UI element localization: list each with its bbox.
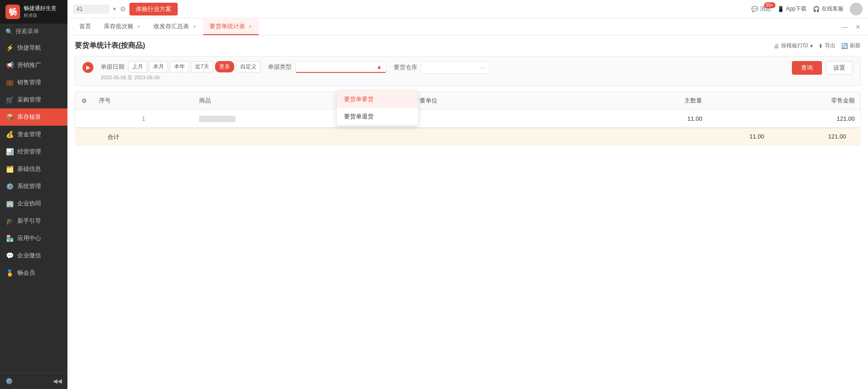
dropdown-item-order-return[interactable]: 要货单退货 xyxy=(337,108,418,125)
appstore-icon: 🏪 xyxy=(5,235,14,242)
data-table: ⚙ 序号 商品 主计量单位 主数量 零售金额 1 xyxy=(75,92,860,128)
type-filter-group: 单据类型 ▲ xyxy=(268,61,386,73)
filter-actions: 查询 设置 xyxy=(792,61,853,75)
date-btn-last-month[interactable]: 上月 xyxy=(128,61,147,72)
tab-inventory-batch-close[interactable]: × xyxy=(136,23,141,30)
guide-icon: 🎓 xyxy=(5,217,14,225)
export-button[interactable]: ⬇ 导出 xyxy=(818,42,836,50)
sidebar-item-label: 新手引导 xyxy=(17,217,41,225)
more-options-icon[interactable]: ··· xyxy=(480,64,485,71)
collapse-sidebar-button[interactable]: ◀◀ xyxy=(53,378,62,384)
app-logo: 畅 xyxy=(5,5,20,19)
tab-order-summary-close[interactable]: × xyxy=(248,23,252,30)
type-filter-input[interactable] xyxy=(299,63,376,70)
sidebar-item-sales[interactable]: 💼 销售管理 xyxy=(0,74,67,91)
settings-icon[interactable]: ⚙️ xyxy=(5,378,13,384)
filter-bar: ▶ 单据日期 上月 本月 本年 近7天 更多 自定义 2023-05-06 至 … xyxy=(75,56,861,86)
row-amount: 121.00 xyxy=(708,110,860,128)
page-header: 要货单统计表(按商品) 🖨 按模板打印 ▾ ⬇ 导出 🔄 刷新 xyxy=(75,41,861,51)
type-filter-select[interactable]: ▲ xyxy=(295,61,386,73)
user-avatar[interactable] xyxy=(850,3,863,15)
sidebar-item-guide[interactable]: 🎓 新手引导 xyxy=(0,212,67,230)
service-label: 在线客服 xyxy=(822,5,843,13)
message-button[interactable]: 💬 消息 99+ xyxy=(751,5,771,13)
warehouse-filter-select[interactable]: ··· xyxy=(421,61,489,74)
date-btn-more[interactable]: 更多 xyxy=(215,61,234,72)
vip-icon: 🏅 xyxy=(5,269,14,276)
sidebar-item-appstore[interactable]: 🏪 应用中心 xyxy=(0,230,67,247)
date-btn-custom[interactable]: 自定义 xyxy=(236,61,261,72)
dropdown-item-order-goods[interactable]: 要货单要货 xyxy=(337,91,418,108)
date-btn-this-month[interactable]: 本月 xyxy=(149,61,168,72)
sidebar-item-marketing[interactable]: 📢 营销推广 xyxy=(0,56,67,74)
enterprise-icon: 🏢 xyxy=(5,200,14,207)
tab-minimize-icon[interactable]: — xyxy=(840,21,850,32)
main-content: ▾ ⚙ 体验行业方案 💬 消息 99+ 📱 App下载 🎧 在线客服 首页 xyxy=(67,0,868,389)
filter-settings-button[interactable]: 设置 xyxy=(826,61,853,75)
sidebar-item-operations[interactable]: 📊 经营管理 xyxy=(0,143,67,160)
type-filter-label: 单据类型 xyxy=(268,63,292,71)
sidebar-item-inventory[interactable]: 📦 库存核算 xyxy=(0,108,67,126)
warehouse-placeholder xyxy=(425,63,431,72)
system-icon: ⚙️ xyxy=(5,183,14,190)
export-label: 导出 xyxy=(825,42,836,50)
query-button[interactable]: 查询 xyxy=(792,61,822,75)
tab-receivable-summary-close[interactable]: × xyxy=(192,23,196,30)
sidebar-item-system[interactable]: ⚙️ 系统管理 xyxy=(0,178,67,195)
finance-icon: 💰 xyxy=(5,131,14,138)
sidebar-item-basic[interactable]: 🗂️ 基础信息 xyxy=(0,160,67,178)
print-template-button[interactable]: 🖨 按模板打印 ▾ xyxy=(774,42,813,50)
sidebar-header: 畅 畅捷通好生意 标准版 xyxy=(0,0,67,24)
tab-home[interactable]: 首页 xyxy=(73,19,98,35)
breadcrumb-input[interactable] xyxy=(73,5,109,14)
refresh-button[interactable]: 🔄 刷新 xyxy=(841,42,861,50)
tabs-right-actions: — ✕ xyxy=(840,21,863,32)
filter-expand-button[interactable]: ▶ xyxy=(82,62,93,73)
date-btn-last-7-days[interactable]: 近7天 xyxy=(191,61,213,72)
col-amount-header: 零售金额 xyxy=(708,92,860,110)
type-select-chevron-up-icon: ▲ xyxy=(376,63,382,70)
app-download-label: App下载 xyxy=(786,5,806,13)
sidebar-item-finance[interactable]: 💰 资金管理 xyxy=(0,126,67,143)
sidebar-item-label: 快捷导航 xyxy=(17,44,41,52)
sidebar-item-label: 经营管理 xyxy=(17,148,41,156)
sidebar-item-label: 采购管理 xyxy=(17,96,41,104)
sidebar-item-quick-nav[interactable]: ⚡ 快捷导航 xyxy=(0,39,67,56)
print-icon: 🖨 xyxy=(774,43,779,49)
col-settings[interactable]: ⚙ xyxy=(75,92,93,110)
sidebar-item-label: 库存核算 xyxy=(17,113,41,121)
sidebar-footer: ⚙️ ◀◀ xyxy=(0,373,67,389)
page-content: 要货单统计表(按商品) 🖨 按模板打印 ▾ ⬇ 导出 🔄 刷新 ▶ xyxy=(67,36,868,389)
online-service-button[interactable]: 🎧 在线客服 xyxy=(813,5,843,13)
tab-order-summary[interactable]: 要货单统计表 × xyxy=(203,19,259,35)
message-badge: 99+ xyxy=(764,2,776,8)
tab-order-summary-label: 要货单统计表 xyxy=(210,22,245,31)
tab-home-label: 首页 xyxy=(79,22,91,31)
app-title: 畅捷通好生意 xyxy=(24,5,56,12)
tab-receivable-summary[interactable]: 收发存汇总表 × xyxy=(147,19,203,35)
date-filter-top: 单据日期 上月 本月 本年 近7天 更多 自定义 xyxy=(101,61,261,72)
date-filter-group: 单据日期 上月 本月 本年 近7天 更多 自定义 2023-05-06 至 20… xyxy=(101,61,261,81)
topbar: ▾ ⚙ 体验行业方案 💬 消息 99+ 📱 App下载 🎧 在线客服 xyxy=(67,0,868,18)
sidebar-item-label: 销售管理 xyxy=(17,78,41,87)
operations-icon: 📊 xyxy=(5,148,14,155)
industry-solution-button[interactable]: 体验行业方案 xyxy=(129,3,178,15)
settings-gear-icon[interactable]: ⚙ xyxy=(120,5,126,13)
sidebar-search[interactable]: 🔍 搜索菜单 xyxy=(0,24,67,39)
row-no: 1 xyxy=(93,110,194,128)
app-download-button[interactable]: 📱 App下载 xyxy=(777,5,806,13)
tab-close-all-icon[interactable]: ✕ xyxy=(853,21,863,32)
tab-inventory-batch[interactable]: 库存批次账 × xyxy=(98,19,147,35)
table-header-row: ⚙ 序号 商品 主计量单位 主数量 零售金额 xyxy=(75,92,860,110)
breadcrumb-dropdown-icon[interactable]: ▾ xyxy=(113,5,116,12)
sidebar-item-vip[interactable]: 🏅 畅会员 xyxy=(0,264,67,282)
warehouse-filter-group: 要货仓库 ··· xyxy=(394,61,489,74)
sidebar-item-purchase[interactable]: 🛒 采购管理 xyxy=(0,91,67,108)
tab-receivable-summary-label: 收发存汇总表 xyxy=(154,22,189,31)
date-btn-this-year[interactable]: 本年 xyxy=(170,61,189,72)
sidebar-item-enterprise[interactable]: 🏢 企业协同 xyxy=(0,195,67,212)
row-unit: 块 xyxy=(402,110,581,128)
col-quantity-header: 主数量 xyxy=(581,92,708,110)
sidebar-item-label: 基础信息 xyxy=(17,165,41,173)
sidebar-item-wechat[interactable]: 💬 企业微信 xyxy=(0,247,67,264)
